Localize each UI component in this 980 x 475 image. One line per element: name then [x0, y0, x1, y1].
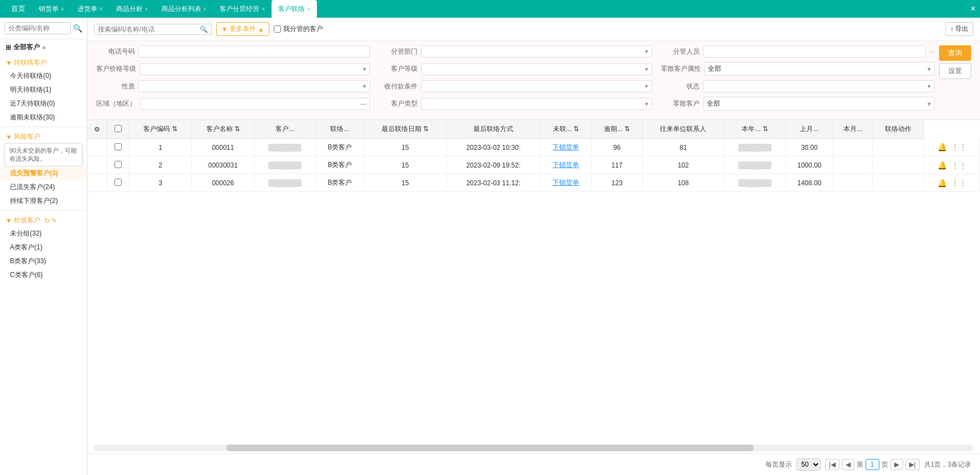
- sidebar-collapse-button[interactable]: «: [42, 44, 46, 51]
- search-input[interactable]: [98, 25, 197, 33]
- close-tab-sales-order[interactable]: ×: [61, 6, 64, 12]
- last-page-button[interactable]: ▶|: [905, 459, 920, 470]
- row-checkbox-2[interactable]: [114, 161, 122, 168]
- filter-retail-customer-select[interactable]: 全部 ▾: [703, 97, 935, 111]
- refresh-icon[interactable]: ↻: [44, 217, 50, 225]
- last-method-link-3[interactable]: 下销货单: [552, 179, 579, 186]
- filter-retail-attr-select[interactable]: 全部 ▾: [704, 62, 935, 76]
- tab-product-analysis[interactable]: 商品分析 ×: [110, 0, 155, 18]
- tab-customer-contact[interactable]: 客户联络 ×: [272, 0, 317, 18]
- status-arrow: ▾: [927, 82, 931, 90]
- sidebar-item-a-class[interactable]: A类客户(1): [0, 241, 87, 254]
- last-method-link-2[interactable]: 下销货单: [552, 161, 579, 169]
- more-action-icon-1[interactable]: ⋮⋮: [951, 143, 967, 152]
- sidebar-item-7days-pending[interactable]: 近7天待联络(0): [0, 97, 87, 111]
- td-last-method-2[interactable]: 下销货单: [540, 156, 592, 174]
- th-customer-type[interactable]: 客户...: [254, 120, 316, 139]
- sidebar-item-today-pending[interactable]: 今天待联络(0): [0, 69, 87, 83]
- th-contact-count[interactable]: 联络...: [316, 120, 364, 139]
- filter-phone-input[interactable]: [138, 45, 370, 58]
- filter-manager-input[interactable]: [703, 45, 926, 58]
- close-tab-purchase-order[interactable]: ×: [100, 6, 103, 12]
- th-last-contact-method[interactable]: 最后联络方式: [447, 120, 540, 139]
- sidebar-search-icon[interactable]: 🔍: [73, 24, 82, 33]
- td-last-method-1[interactable]: 下销货单: [540, 139, 592, 156]
- sidebar-item-tomorrow-pending[interactable]: 明天待联络(1): [0, 83, 87, 97]
- sidebar-item-ungrouped[interactable]: 未分组(32): [0, 227, 87, 241]
- sidebar-item-c-class[interactable]: C类客户(6): [0, 268, 87, 282]
- region-more-icon[interactable]: ···: [361, 100, 366, 108]
- td-this-month-2: [873, 156, 924, 174]
- th-settings[interactable]: ⚙: [87, 120, 107, 139]
- sidebar-group-value[interactable]: ▼ 价值客户 ↻ ✎: [0, 213, 87, 227]
- my-customers-checkbox-wrap[interactable]: 我分管的客户: [274, 24, 323, 34]
- th-last-contact-date[interactable]: 最后联络日期 ⇅: [364, 120, 447, 139]
- th-this-month[interactable]: 本月...: [833, 120, 873, 139]
- close-tab-customer-stratification[interactable]: ×: [262, 6, 265, 12]
- close-all-button[interactable]: ×: [971, 4, 976, 14]
- td-checkbox-3[interactable]: [107, 174, 129, 192]
- tab-customer-stratification[interactable]: 客户分层经营 ×: [213, 0, 272, 18]
- close-tab-product-analysis-list[interactable]: ×: [204, 6, 207, 12]
- th-unit-contact[interactable]: 往来单位联系人: [643, 120, 724, 139]
- prev-page-button[interactable]: ◀: [842, 459, 854, 470]
- customer-type-arrow: ▾: [645, 100, 648, 108]
- search-button[interactable]: 🔍: [200, 25, 208, 33]
- td-last-method-3[interactable]: 下销货单: [540, 174, 592, 192]
- manager-more-icon[interactable]: ···: [929, 48, 935, 55]
- more-filter-button[interactable]: ▼ 更多条件 ▲: [216, 22, 269, 36]
- export-button[interactable]: ↑ 导出: [945, 22, 973, 36]
- first-page-button[interactable]: |◀: [825, 459, 840, 470]
- row-checkbox-1[interactable]: [114, 143, 122, 150]
- select-all-checkbox[interactable]: [114, 125, 122, 132]
- sidebar-item-churn-warning[interactable]: 流失预警客户(3): [0, 166, 87, 180]
- td-checkbox-2[interactable]: [107, 156, 129, 174]
- row-checkbox-3[interactable]: [114, 179, 122, 186]
- filter-region-select[interactable]: ···: [139, 98, 370, 110]
- sidebar-all-customers[interactable]: ⊞ 全部客户 «: [0, 39, 87, 55]
- next-page-button[interactable]: ▶: [890, 459, 903, 470]
- filter-payment-select[interactable]: ▾: [421, 80, 653, 92]
- filter-dept-select[interactable]: ▾: [421, 45, 653, 58]
- sidebar-item-b-class[interactable]: B类客户(33): [0, 254, 87, 268]
- sidebar-group-pending[interactable]: ▼ 待联络客户: [0, 55, 87, 69]
- th-code[interactable]: 客户编码 ⇅: [129, 120, 191, 139]
- th-last-month[interactable]: 上月...: [785, 120, 833, 139]
- close-tab-customer-contact[interactable]: ×: [307, 6, 310, 12]
- more-action-icon-2[interactable]: ⋮⋮: [951, 161, 967, 170]
- th-overdue[interactable]: 逾期... ⇅: [592, 120, 643, 139]
- close-tab-product-analysis[interactable]: ×: [145, 6, 148, 12]
- contact-icon-1[interactable]: 🔔: [937, 143, 947, 152]
- th-name[interactable]: 客户名称 ⇅: [192, 120, 254, 139]
- sidebar-search-input[interactable]: [4, 22, 71, 34]
- tab-product-analysis-list[interactable]: 商品分析列表 ×: [155, 0, 213, 18]
- td-checkbox-1[interactable]: [107, 139, 129, 156]
- more-action-icon-3[interactable]: ⋮⋮: [951, 179, 967, 187]
- scrollbar-thumb[interactable]: [226, 445, 754, 451]
- per-page-select[interactable]: 50: [796, 458, 821, 471]
- th-not-contacted[interactable]: 未联... ⇅: [540, 120, 592, 139]
- my-customers-checkbox[interactable]: [274, 25, 281, 33]
- filter-customer-type-select[interactable]: ▾: [421, 98, 653, 110]
- tab-home[interactable]: 首页: [4, 0, 32, 18]
- tab-sales-order[interactable]: 销货单 ×: [32, 0, 71, 18]
- tab-purchase-order[interactable]: 进货单 ×: [71, 0, 110, 18]
- horizontal-scrollbar[interactable]: [94, 445, 973, 451]
- edit-icon[interactable]: ✎: [51, 217, 57, 225]
- filter-price-level-select[interactable]: ▾: [139, 63, 370, 75]
- sidebar-item-overdue-contact[interactable]: 逾期未联络(30): [0, 111, 87, 124]
- filter-customer-level-select[interactable]: ▾: [421, 63, 653, 75]
- contact-icon-2[interactable]: 🔔: [937, 161, 947, 170]
- td-overdue-2: 102: [643, 156, 724, 174]
- filter-nature-select[interactable]: ▾: [138, 80, 370, 92]
- sidebar-item-churned[interactable]: 已流失客户(24): [0, 180, 87, 194]
- query-button[interactable]: 查询: [939, 45, 971, 61]
- sidebar-group-risk[interactable]: ▼ 风险客户: [0, 129, 87, 143]
- last-method-link-1[interactable]: 下销货单: [552, 143, 579, 151]
- setting-button[interactable]: 设置: [939, 63, 971, 79]
- filter-status-select[interactable]: ▾: [703, 80, 935, 92]
- th-this-year[interactable]: 本年... ⇅: [724, 120, 785, 139]
- sidebar-item-declining[interactable]: 持续下滑客户(2): [0, 194, 87, 208]
- contact-icon-3[interactable]: 🔔: [937, 179, 947, 187]
- th-checkbox[interactable]: [107, 120, 129, 139]
